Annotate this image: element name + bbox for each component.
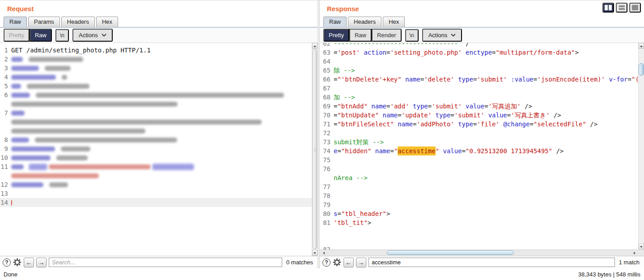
- line-number: 10: [0, 153, 8, 162]
- redacted-text-blob: [27, 84, 89, 89]
- split-columns-icon: [605, 5, 608, 10]
- redacted-text-blob: [11, 182, 43, 187]
- redacted-text-blob: [11, 84, 21, 89]
- code-line: 76: [320, 164, 638, 173]
- line-number: 66: [320, 75, 330, 84]
- redacted-text-blob: [29, 57, 83, 62]
- response-scrollbar-thumb[interactable]: [639, 63, 644, 76]
- response-newline-toggle-button[interactable]: \n: [405, 29, 419, 42]
- response-panel: Response RawHeadersHex PrettyRawRender \…: [320, 0, 644, 268]
- next-match-button[interactable]: →: [36, 258, 47, 267]
- response-actions-button[interactable]: Actions: [422, 29, 462, 42]
- redacted-line: 12: [0, 180, 312, 189]
- line-number: 62: [320, 43, 330, 48]
- code-line: 81'tbl_tit">: [320, 218, 638, 227]
- request-editor[interactable]: 1GET /admin/setting_photo.php HTTP/1.123…: [0, 43, 318, 256]
- line-number: 74: [320, 146, 330, 155]
- tab-headers[interactable]: Headers: [348, 17, 381, 27]
- redacted-line: 3: [0, 64, 312, 73]
- request-tabs: RawParamsHeadersHex: [0, 17, 318, 28]
- request-header: Request: [0, 0, 318, 17]
- line-number: 5: [0, 82, 8, 90]
- code-line: 66="'btnDelete'+key" name='delete' type=…: [320, 75, 638, 84]
- scroll-down-icon[interactable]: [639, 244, 644, 250]
- redacted-line: 8: [0, 135, 312, 144]
- redacted-text-blob: [45, 66, 71, 71]
- gear-icon[interactable]: [13, 258, 21, 267]
- redacted-line: 5: [0, 82, 312, 90]
- line-number: 13: [0, 189, 8, 198]
- code-line: 62--------------------------------- /: [320, 43, 638, 48]
- line-number: 70: [320, 111, 330, 120]
- scroll-right-icon[interactable]: [631, 250, 637, 255]
- scroll-up-icon[interactable]: [639, 43, 644, 49]
- line-number: 7: [0, 108, 8, 117]
- redacted-text-blob: [11, 75, 56, 80]
- response-hscrollbar-thumb[interactable]: [387, 250, 514, 255]
- response-search-input[interactable]: [369, 258, 615, 267]
- line-number: 71: [320, 120, 330, 129]
- redacted-text-blob: [11, 57, 23, 62]
- request-scrollbar-thumb[interactable]: [313, 49, 317, 249]
- view-button-raw[interactable]: Raw: [30, 29, 52, 42]
- request-vertical-scrollbar[interactable]: [312, 43, 318, 256]
- code-line: 68加 -->: [320, 93, 638, 102]
- split-rows-icon: [619, 5, 625, 10]
- response-search-bar: ? ← → 1 match: [320, 256, 644, 268]
- tab-raw[interactable]: Raw: [323, 17, 347, 27]
- scroll-down-icon[interactable]: [312, 250, 318, 256]
- tab-hex[interactable]: Hex: [383, 17, 405, 27]
- scroll-up-icon[interactable]: [312, 43, 318, 49]
- response-editor[interactable]: 62--------------------------------- /63=…: [320, 43, 644, 256]
- previous-match-button[interactable]: ←: [343, 258, 354, 267]
- response-vertical-scrollbar[interactable]: [638, 43, 644, 256]
- response-horizontal-scrollbar[interactable]: [320, 250, 638, 256]
- request-response-panels: Request RawParamsHeadersHex PrettyRaw \n…: [0, 0, 644, 268]
- next-match-button[interactable]: →: [356, 258, 366, 267]
- redacted-text-blob: [11, 138, 29, 142]
- tab-raw[interactable]: Raw: [4, 17, 27, 27]
- view-button-pretty[interactable]: Pretty: [323, 29, 349, 42]
- request-search-input[interactable]: [49, 258, 282, 267]
- line-number: 67: [320, 84, 330, 93]
- tab-headers[interactable]: Headers: [61, 17, 95, 27]
- line-number: 4: [0, 73, 8, 82]
- code-line: 64: [320, 57, 638, 66]
- status-bar: Done 38,343 bytes | 548 millis: [0, 268, 644, 280]
- previous-match-button[interactable]: ←: [24, 258, 34, 267]
- line-number: 69: [320, 102, 330, 111]
- help-icon[interactable]: ?: [3, 258, 11, 267]
- code-line: 80s="tbl_header">: [320, 209, 638, 218]
- response-title: Response: [327, 5, 359, 13]
- scrollbar-corner: [638, 250, 644, 256]
- request-newline-toggle-button[interactable]: \n: [55, 29, 69, 42]
- single-pane-layout-button[interactable]: [629, 3, 641, 13]
- split-columns-layout-button[interactable]: [602, 3, 614, 13]
- line-number: 9: [0, 144, 8, 153]
- code-line: 72: [320, 129, 638, 138]
- view-button-raw[interactable]: Raw: [349, 29, 372, 42]
- split-rows-layout-button[interactable]: [616, 3, 627, 13]
- redacted-text-blob: [49, 182, 68, 187]
- redacted-text-blob: [11, 111, 25, 116]
- redacted-text-blob: [56, 155, 88, 160]
- redacted-text-blob: [36, 93, 284, 98]
- line-number: 14: [0, 198, 8, 207]
- redacted-text-blob: [11, 129, 145, 134]
- request-actions-button[interactable]: Actions: [72, 29, 113, 42]
- request-title: Request: [7, 5, 34, 13]
- help-icon[interactable]: ?: [322, 258, 330, 267]
- view-button-pretty[interactable]: Pretty: [4, 29, 30, 42]
- response-toolbar: PrettyRawRender \n Actions: [320, 28, 644, 43]
- tab-hex[interactable]: Hex: [96, 17, 118, 27]
- view-button-render[interactable]: Render: [372, 29, 402, 42]
- response-view-switch: PrettyRawRender: [323, 29, 402, 42]
- line-number: 75: [320, 155, 330, 164]
- line-number: 81: [320, 218, 330, 227]
- tab-params[interactable]: Params: [28, 17, 60, 27]
- line-number: 78: [320, 191, 330, 200]
- scroll-left-icon[interactable]: [321, 250, 326, 255]
- gear-icon[interactable]: [333, 258, 341, 267]
- line-number: 68: [320, 93, 330, 102]
- redacted-text-blob: [11, 66, 39, 71]
